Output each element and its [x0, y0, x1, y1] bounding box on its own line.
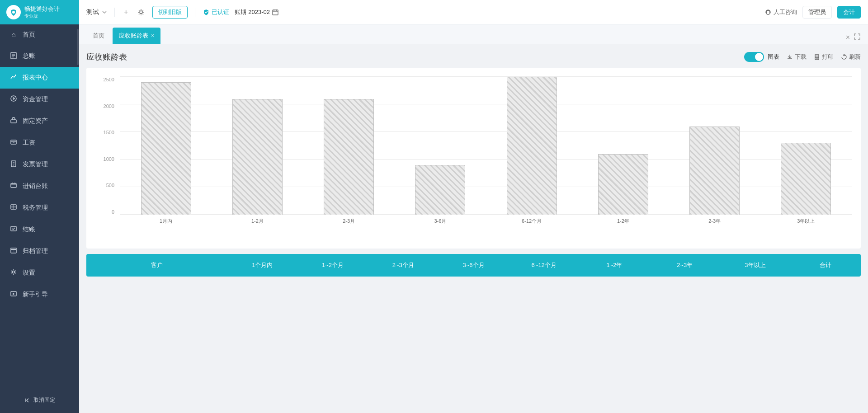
consulting-label: 人工咨询 — [774, 8, 797, 16]
sidebar-item-settings[interactable]: 设置 — [0, 262, 79, 284]
company-selector[interactable]: 测试 — [86, 8, 107, 16]
sidebar-item-sales[interactable]: 进销台账 — [0, 175, 79, 197]
svg-point-1 — [12, 11, 15, 14]
tab-home-label: 首页 — [93, 32, 104, 40]
tab-home[interactable]: 首页 — [86, 28, 111, 44]
period-label: 账期 — [235, 8, 246, 16]
shield-icon — [203, 9, 210, 16]
company-name: 测试 — [86, 8, 99, 16]
closing-icon — [9, 225, 18, 234]
bar-label-1m: 1月内 — [160, 218, 172, 225]
sidebar-label-sales: 进销台账 — [23, 182, 48, 190]
y-axis: 0 500 1000 1500 2000 2500 — [95, 77, 118, 215]
reports-icon — [9, 73, 18, 82]
sidebar-collapse-btn[interactable]: 取消固定 — [0, 392, 79, 408]
bar-label-2-3m: 2-3月 — [343, 218, 355, 225]
sidebar-label-funds: 资金管理 — [23, 95, 48, 103]
download-label: 下载 — [795, 53, 807, 61]
sidebar-label-settings: 设置 — [23, 269, 35, 277]
download-icon — [787, 54, 793, 60]
tab-receivable-aging[interactable]: 应收账龄表 × — [113, 28, 160, 44]
tab-close-icon[interactable]: × — [151, 33, 154, 39]
tab-current-label: 应收账龄表 — [119, 32, 148, 40]
sidebar-item-guide[interactable]: 新手引导 — [0, 284, 79, 305]
svg-point-26 — [13, 271, 15, 273]
gear-icon — [137, 8, 145, 16]
col-6-12m: 6~12个月 — [509, 254, 579, 277]
sidebar-item-ledger[interactable]: 总账 — [0, 45, 79, 67]
main-area: 测试 + 切到旧版 已认证 账期 2023-02 — [79, 0, 868, 413]
sidebar-item-assets[interactable]: 固定资产 — [0, 110, 79, 132]
guide-icon — [9, 290, 18, 299]
logo-icon — [6, 5, 21, 19]
bar-1-2y — [598, 154, 648, 215]
sidebar-item-closing[interactable]: 结账 — [0, 219, 79, 240]
page-actions: 图表 下载 打印 — [744, 52, 861, 62]
sidebar-item-reports[interactable]: 报表中心 — [0, 67, 79, 89]
print-label: 打印 — [822, 53, 834, 61]
bar-group-3y-plus: 3年以上 — [760, 77, 852, 215]
print-btn[interactable]: 打印 — [814, 53, 834, 61]
svg-rect-37 — [769, 12, 770, 13]
col-2-3y: 2~3年 — [650, 254, 720, 277]
download-btn[interactable]: 下载 — [787, 53, 807, 61]
settings-btn[interactable] — [135, 6, 147, 18]
bar-2-3m — [324, 99, 374, 215]
refresh-btn[interactable]: 刷新 — [841, 53, 861, 61]
bar-chart-container: 0 500 1000 1500 2000 2500 — [95, 77, 852, 230]
add-company-btn[interactable]: + — [122, 6, 130, 18]
topbar-divider-2 — [195, 8, 195, 17]
sidebar-label-invoices: 发票管理 — [23, 160, 48, 169]
col-1m: 1个月内 — [227, 254, 297, 277]
sidebar-item-archive[interactable]: 归档管理 — [0, 240, 79, 262]
col-total: 合计 — [790, 254, 861, 277]
sidebar-item-tax[interactable]: 税务管理 — [0, 197, 79, 219]
svg-rect-15 — [11, 183, 16, 188]
accountant-btn[interactable]: 会计 — [837, 6, 861, 19]
invoices-icon — [9, 160, 18, 169]
sidebar-item-invoices[interactable]: 发票管理 — [0, 154, 79, 175]
svg-rect-31 — [273, 10, 278, 15]
svg-rect-7 — [11, 120, 16, 123]
svg-rect-8 — [11, 140, 16, 144]
col-1-2m: 1~2个月 — [297, 254, 368, 277]
bar-label-1-2y: 1-2年 — [617, 218, 629, 225]
data-table: 客户 1个月内 1~2个月 2~3个月 3~6个月 6~12个月 1~2年 2~… — [86, 254, 861, 277]
topbar-divider-1 — [114, 8, 115, 17]
sidebar-label-assets: 固定资产 — [23, 117, 48, 125]
manager-btn[interactable]: 管理员 — [802, 6, 832, 19]
bar-6-12m — [507, 77, 557, 215]
y-label-1000: 1000 — [95, 156, 118, 162]
topbar: 测试 + 切到旧版 已认证 账期 2023-02 — [79, 0, 868, 24]
close-window-btn[interactable]: × — [846, 33, 850, 42]
refresh-label: 刷新 — [849, 53, 861, 61]
toggle-track[interactable] — [744, 52, 764, 62]
sidebar-item-funds[interactable]: 资金管理 — [0, 89, 79, 110]
switch-old-version-btn[interactable]: 切到旧版 — [152, 6, 188, 19]
collapse-label: 取消固定 — [33, 396, 55, 404]
sidebar-item-home[interactable]: ⌂ 首页 — [0, 24, 79, 45]
chart-area: 1月内 1-2月 2-3月 — [120, 77, 852, 215]
bar-label-3y-plus: 3年以上 — [797, 218, 815, 225]
home-icon: ⌂ — [9, 31, 18, 39]
bar-group-1-2y: 1-2年 — [577, 77, 669, 215]
bar-1m — [141, 82, 191, 215]
app-edition: 专业版 — [24, 13, 60, 19]
print-icon — [814, 54, 820, 60]
app-name: 畅捷通好会计 — [24, 5, 60, 13]
col-3-6m: 3~6个月 — [439, 254, 509, 277]
toggle-label: 图表 — [768, 53, 779, 61]
sidebar-menu: ⌂ 首页 总账 报表中心 — [0, 24, 79, 387]
calendar-icon — [272, 9, 279, 16]
sidebar-item-payroll[interactable]: 工资 — [0, 132, 79, 154]
svg-rect-36 — [766, 12, 767, 13]
ledger-icon — [9, 52, 18, 61]
sidebar-label-home: 首页 — [23, 31, 35, 39]
expand-window-btn[interactable] — [854, 33, 861, 42]
chart-toggle[interactable]: 图表 — [744, 52, 779, 62]
tabbar: 首页 应收账龄表 × × — [79, 24, 868, 44]
consulting-btn[interactable]: 人工咨询 — [764, 8, 797, 16]
bar-group-3-6m: 3-6月 — [395, 77, 486, 215]
topbar-right: 人工咨询 管理员 会计 — [764, 6, 861, 19]
tabbar-actions: × — [846, 33, 861, 44]
